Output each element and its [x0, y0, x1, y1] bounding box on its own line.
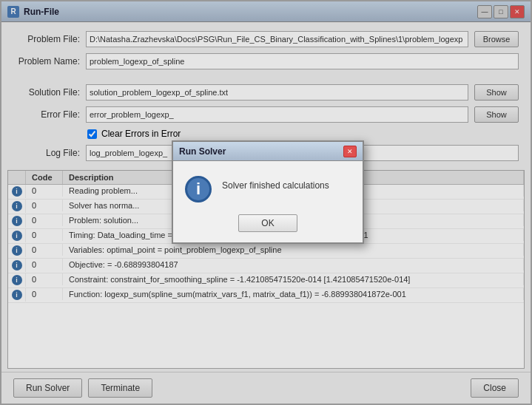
dialog-buttons: OK: [173, 211, 363, 242]
dialog-close-button[interactable]: ✕: [343, 146, 357, 157]
dialog-overlay: Run Solver ✕ i Solver finished calculati…: [1, 1, 531, 404]
dialog-message: Solver finished calculations: [222, 176, 329, 191]
main-window: R Run-File — □ ✕ Problem File: Browse Pr…: [0, 0, 532, 405]
dialog-title-bar: Run Solver ✕: [173, 142, 363, 161]
dialog-info-icon: i: [185, 176, 212, 202]
dialog-ok-button[interactable]: OK: [238, 214, 297, 232]
dialog-body: i Solver finished calculations: [173, 161, 363, 211]
run-solver-dialog: Run Solver ✕ i Solver finished calculati…: [172, 140, 364, 244]
dialog-title: Run Solver: [179, 146, 343, 157]
